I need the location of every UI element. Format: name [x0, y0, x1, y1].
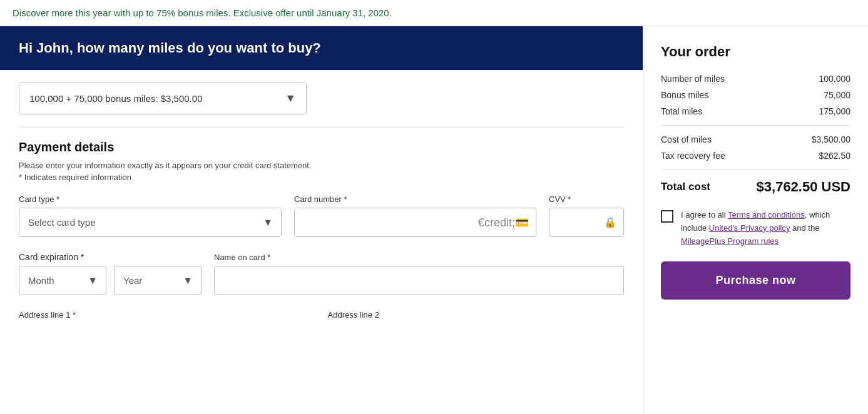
cvv-label: CVV *: [549, 194, 624, 204]
terms-link-2[interactable]: United's Privacy policy: [709, 223, 790, 233]
promo-banner: Discover more this year with up to 75% b…: [0, 0, 868, 26]
header-greeting: Hi John, how many miles do you want to b…: [19, 40, 321, 56]
terms-link-3[interactable]: MileagePlus Program rules: [681, 236, 779, 246]
chevron-down-icon: ▼: [285, 92, 296, 105]
purchase-now-button[interactable]: Purchase now: [661, 261, 850, 300]
expiry-group: Card expiration * Month 01 02 03 04 05: [19, 252, 202, 295]
name-on-card-input[interactable]: [214, 266, 624, 295]
main-inner: 100,000 + 75,000 bonus miles: $3,500.00 …: [0, 70, 643, 332]
terms-text-mid2: and the: [790, 223, 819, 233]
credit-card-icon: €credit;💳: [478, 216, 529, 230]
form-row-card-type: Card type * Select card type Visa Master…: [19, 194, 624, 237]
name-on-card-label: Name on card *: [214, 253, 624, 262]
order-row-tax: Tax recovery fee $262.50: [661, 151, 850, 161]
terms-checkbox[interactable]: [661, 210, 673, 223]
year-select-wrapper: Year 2020 2021 2022 2023 2024 2025 2026 …: [114, 266, 202, 295]
order-row-bonus: Bonus miles 75,000: [661, 90, 850, 100]
order-total-miles-value: 175,000: [819, 106, 850, 116]
order-divider-2: [661, 169, 850, 170]
order-title: Your order: [661, 44, 850, 60]
order-total-label: Total cost: [661, 181, 710, 193]
main-content: Hi John, how many miles do you want to b…: [0, 26, 643, 414]
order-miles-value: 100,000: [819, 74, 850, 84]
terms-section: I agree to all Terms and conditions, whi…: [661, 209, 850, 248]
order-row-miles: Number of miles 100,000: [661, 74, 850, 84]
payment-section-title: Payment details: [19, 140, 624, 154]
divider: [19, 127, 624, 128]
order-total-row: Total cost $3,762.50 USD: [661, 179, 850, 195]
page-layout: Hi John, how many miles do you want to b…: [0, 26, 868, 414]
order-row-cost: Cost of miles $3,500.00: [661, 134, 850, 144]
terms-text: I agree to all Terms and conditions, whi…: [681, 209, 850, 248]
card-type-group: Card type * Select card type Visa Master…: [19, 194, 282, 237]
card-number-group: Card number * €credit;💳: [294, 194, 536, 237]
order-divider-1: [661, 125, 850, 126]
name-on-card-group: Name on card *: [214, 253, 624, 295]
order-bonus-label: Bonus miles: [661, 90, 708, 100]
month-select[interactable]: Month 01 02 03 04 05 06 07 08 09: [19, 266, 106, 295]
form-row-expiry: Card expiration * Month 01 02 03 04 05: [19, 252, 624, 295]
order-panel: Your order Number of miles 100,000 Bonus…: [643, 26, 868, 414]
card-number-input-wrap: €credit;💳: [294, 208, 536, 237]
miles-dropdown-value: 100,000 + 75,000 bonus miles: $3,500.00: [29, 93, 202, 104]
expiry-selects: Month 01 02 03 04 05 06 07 08 09: [19, 266, 202, 295]
card-expiration-label: Card expiration *: [19, 252, 202, 262]
address-line2-label: Address line 2: [328, 310, 625, 320]
required-note: * Indicates required information: [19, 173, 624, 182]
terms-link-1[interactable]: Terms and conditions: [728, 210, 805, 220]
order-row-total-miles: Total miles 175,000: [661, 106, 850, 116]
terms-text-before: I agree to all: [681, 210, 728, 220]
cvv-input-wrap: 🔒: [549, 208, 624, 237]
address-row-label: Address line 1 * Address line 2: [19, 310, 624, 320]
payment-section: Payment details Please enter your inform…: [19, 140, 624, 320]
cvv-group: CVV * 🔒: [549, 194, 624, 237]
header-bar: Hi John, how many miles do you want to b…: [0, 26, 643, 70]
month-select-wrapper: Month 01 02 03 04 05 06 07 08 09: [19, 266, 106, 295]
order-cost-value: $3,500.00: [812, 134, 850, 144]
order-total-value: $3,762.50 USD: [757, 179, 850, 195]
order-bonus-value: 75,000: [824, 90, 850, 100]
card-type-select-wrapper: Select card type Visa Mastercard America…: [19, 208, 282, 237]
promo-text: Discover more this year with up to 75% b…: [13, 8, 392, 18]
order-tax-value: $262.50: [819, 151, 850, 161]
address-line1-label: Address line 1 *: [19, 310, 315, 320]
card-type-select[interactable]: Select card type Visa Mastercard America…: [19, 208, 282, 237]
order-tax-label: Tax recovery fee: [661, 151, 725, 161]
order-total-miles-label: Total miles: [661, 106, 702, 116]
order-miles-label: Number of miles: [661, 74, 725, 84]
card-type-label: Card type *: [19, 194, 282, 204]
miles-dropdown[interactable]: 100,000 + 75,000 bonus miles: $3,500.00 …: [19, 83, 307, 114]
year-select[interactable]: Year 2020 2021 2022 2023 2024 2025 2026 …: [114, 266, 202, 295]
payment-subtitle: Please enter your information exactly as…: [19, 161, 624, 170]
miles-selector-wrap: 100,000 + 75,000 bonus miles: $3,500.00 …: [19, 83, 624, 114]
order-cost-label: Cost of miles: [661, 134, 712, 144]
card-number-label: Card number *: [294, 194, 536, 204]
lock-icon: 🔒: [604, 216, 616, 228]
